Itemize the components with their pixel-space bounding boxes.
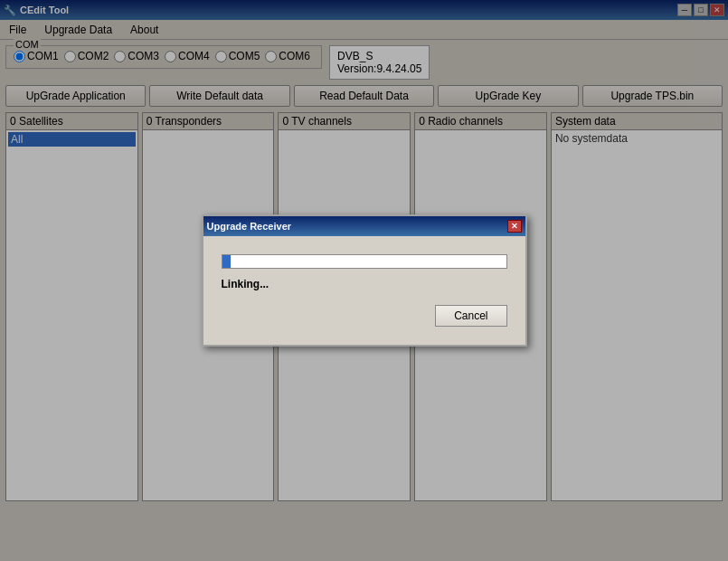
dialog-body: Linking... Cancel: [203, 236, 525, 345]
dialog-title: Upgrade Receiver: [207, 221, 292, 232]
dialog-close-button[interactable]: ✕: [507, 220, 522, 233]
progress-bar-fill: [222, 255, 231, 268]
upgrade-receiver-dialog: Upgrade Receiver ✕ Linking... Cancel: [202, 214, 527, 347]
dialog-title-bar: Upgrade Receiver ✕: [203, 216, 525, 236]
dialog-footer: Cancel: [222, 305, 507, 330]
dialog-overlay: Upgrade Receiver ✕ Linking... Cancel: [0, 0, 728, 561]
dialog-status-text: Linking...: [222, 278, 507, 290]
progress-bar-container: [222, 254, 507, 269]
cancel-button[interactable]: Cancel: [435, 305, 506, 327]
